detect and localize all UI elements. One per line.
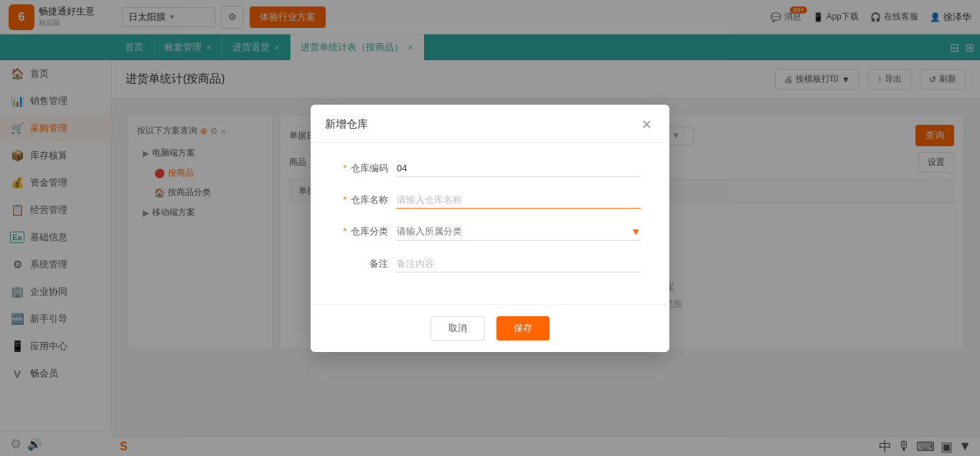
new-warehouse-modal: 新增仓库 ✕ * 仓库编码 * 仓库名称 [311, 105, 669, 352]
modal-footer: 取消 保存 [311, 304, 669, 352]
code-label-text: 仓库编码 [351, 163, 388, 174]
form-row-remark: 备注 [339, 255, 641, 272]
category-select-arrow-icon[interactable]: ▼ [631, 226, 641, 237]
form-remark-label: 备注 [339, 257, 397, 270]
form-code-label: * 仓库编码 [339, 162, 397, 175]
category-label-text: 仓库分类 [351, 226, 388, 237]
category-input[interactable] [397, 226, 631, 237]
form-name-label: * 仓库名称 [339, 194, 397, 206]
warehouse-category-select[interactable]: ▼ [397, 223, 641, 241]
save-button[interactable]: 保存 [496, 316, 550, 341]
modal-close-button[interactable]: ✕ [638, 116, 655, 133]
warehouse-code-input[interactable] [397, 160, 641, 177]
form-row-category: * 仓库分类 ▼ [339, 223, 641, 241]
modal-title: 新增仓库 [325, 118, 368, 131]
modal-body: * 仓库编码 * 仓库名称 * 仓库分类 [311, 143, 669, 304]
modal-overlay[interactable]: 新增仓库 ✕ * 仓库编码 * 仓库名称 [0, 0, 980, 456]
form-row-code: * 仓库编码 [339, 160, 641, 177]
warehouse-name-input[interactable] [397, 191, 641, 209]
warehouse-remark-input[interactable] [397, 255, 641, 272]
remark-label-text: 备注 [369, 258, 388, 269]
form-category-label: * 仓库分类 [339, 225, 397, 238]
name-label-text: 仓库名称 [351, 194, 388, 205]
modal-header: 新增仓库 ✕ [311, 105, 669, 143]
form-row-name: * 仓库名称 [339, 191, 641, 209]
cancel-button[interactable]: 取消 [430, 316, 485, 341]
